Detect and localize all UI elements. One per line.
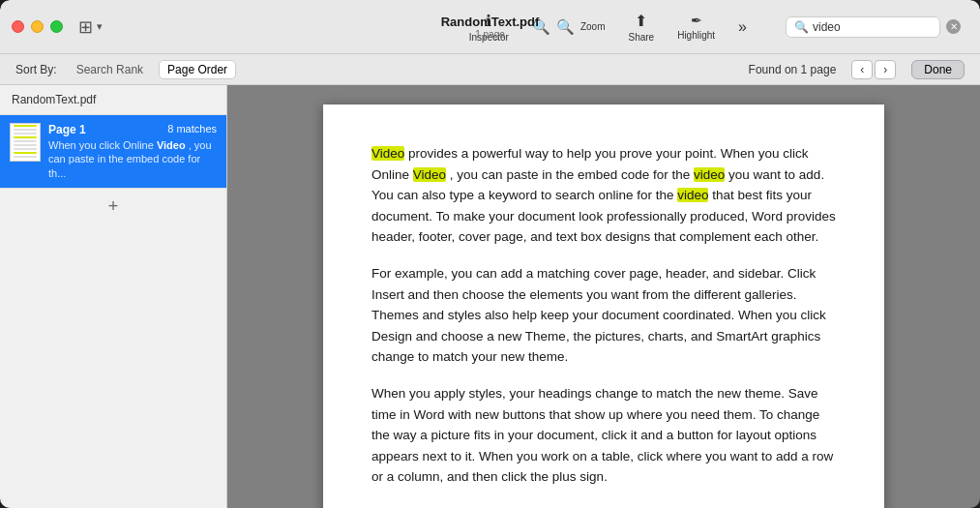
- matches-count: 8 matches: [167, 123, 217, 136]
- main-content: RandomText.pdf Page 1 8 mat: [0, 85, 980, 508]
- zoom-button[interactable]: 🔍 🔍 Zoom: [532, 18, 606, 36]
- plus-icon: +: [108, 196, 119, 217]
- title-bar: ⊞ ▾ RandomText.pdf 1 page ℹ Inspector 🔍 …: [0, 0, 980, 54]
- add-page-button[interactable]: +: [0, 189, 226, 224]
- paragraph-1: Video provides a powerful way to help yo…: [371, 143, 836, 248]
- list-item[interactable]: Page 1 8 matches When you click Online V…: [0, 115, 226, 189]
- sidebar-item-info: Page 1 8 matches When you click Online V…: [48, 123, 217, 180]
- page-number: Page 1: [48, 123, 86, 136]
- minimize-button[interactable]: [31, 20, 44, 33]
- highlight-button[interactable]: ✒ Highlight: [677, 13, 715, 41]
- prev-result-button[interactable]: ‹: [851, 60, 873, 79]
- done-button[interactable]: Done: [911, 60, 965, 79]
- search-input[interactable]: [813, 20, 909, 34]
- chevron-down-icon: ▾: [97, 20, 103, 33]
- preview-highlight: Video: [157, 139, 186, 151]
- zoom-in-icon: 🔍: [556, 18, 575, 36]
- highlight-video-2: Video: [413, 167, 446, 182]
- navigation-buttons: ‹ ›: [851, 60, 896, 79]
- sidebar-toggle[interactable]: ⊞ ▾: [78, 16, 103, 38]
- search-clear-button[interactable]: ✕: [946, 19, 961, 34]
- highlight-video-4: video: [677, 188, 708, 202]
- search-icon: 🔍: [794, 20, 809, 34]
- more-tools-button[interactable]: »: [738, 18, 747, 36]
- traffic-lights: [12, 20, 63, 33]
- sidebar-header: RandomText.pdf: [0, 85, 226, 115]
- page-thumbnail: [10, 123, 41, 162]
- highlight-video-3: video: [694, 167, 725, 182]
- found-text: Found on 1 page: [749, 63, 837, 76]
- paragraph-4: Reading is easier, too, in the new Readi…: [371, 503, 836, 508]
- document-subtitle: 1 page: [475, 29, 505, 40]
- toolbar: Sort By: Search Rank Page Order Found on…: [0, 54, 980, 85]
- titlebar-tools: ℹ Inspector 🔍 🔍 Zoom ⬆ Share ✒ Highlight…: [469, 12, 968, 43]
- pdf-area[interactable]: Video provides a powerful way to help yo…: [227, 85, 980, 508]
- page-num-row: Page 1 8 matches: [48, 123, 217, 136]
- sort-by-search-rank[interactable]: Search Rank: [69, 61, 151, 78]
- paragraph-3: When you apply styles, your headings cha…: [371, 383, 836, 488]
- close-button[interactable]: [12, 20, 24, 33]
- share-icon: ⬆: [635, 12, 647, 30]
- sort-by-page-order[interactable]: Page Order: [159, 60, 236, 79]
- pdf-page: Video provides a powerful way to help yo…: [323, 105, 884, 508]
- share-button[interactable]: ⬆ Share: [628, 12, 654, 43]
- sidebar-icon: ⊞: [78, 16, 93, 38]
- titlebar-center: RandomText.pdf 1 page: [441, 15, 540, 40]
- more-icon: »: [738, 18, 747, 36]
- maximize-button[interactable]: [50, 20, 63, 33]
- paragraph-2: For example, you can add a matching cove…: [371, 263, 836, 368]
- highlight-icon: ✒: [691, 13, 702, 28]
- sort-label: Sort By:: [15, 63, 57, 76]
- search-area: 🔍 ✕: [786, 16, 961, 38]
- search-box[interactable]: 🔍: [786, 16, 940, 38]
- document-title: RandomText.pdf: [441, 15, 540, 29]
- next-result-button[interactable]: ›: [875, 60, 896, 79]
- page-preview: When you click Online Video , you can pa…: [48, 138, 217, 180]
- preview-text-when: When you click Online: [48, 139, 157, 151]
- highlight-video-1: Video: [371, 146, 404, 161]
- sidebar: RandomText.pdf Page 1 8 mat: [0, 85, 227, 508]
